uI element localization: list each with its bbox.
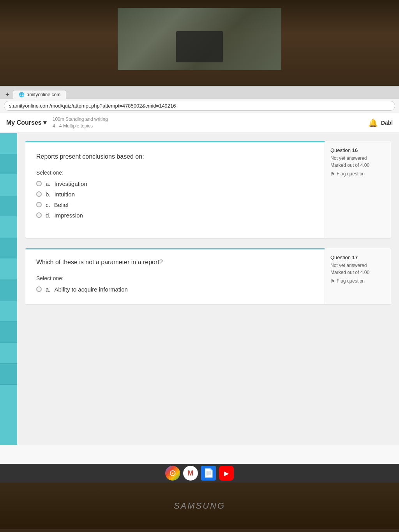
flag-icon-17: ⚑ [330,278,335,284]
taskbar: ⊙ M 📄 ▶ [0,464,399,483]
sidebar-item[interactable] [0,259,17,279]
option-17-a[interactable]: a. Ability to acquire information [36,286,314,293]
sidebar-item[interactable] [0,217,17,237]
radio-16-c[interactable] [36,202,42,207]
files-icon: 📄 [203,468,214,478]
sidebar-item[interactable] [0,133,17,153]
tab-title: amityonline.com [27,92,61,97]
question-17-num: 17 [352,255,358,260]
youtube-icon: ▶ [224,470,229,477]
main-layout: Reports present conclusions based on: Se… [0,133,399,445]
question-16-number: Question 16 [330,147,385,153]
samsung-brand-logo: SAMSUNG [174,501,225,511]
navigation-bar: My Courses ▾ 100m Standing and writing 4… [0,113,399,133]
question-16-status: Not yet answered [330,156,385,161]
quiz-area: Reports present conclusions based on: Se… [17,133,399,445]
question-16-card: Reports present conclusions based on: Se… [25,141,391,239]
options-list-17: a. Ability to acquire information [36,286,314,293]
radio-17-a[interactable] [36,286,42,292]
option-16-d-letter: d. [46,212,51,219]
sidebar-item[interactable] [0,343,17,364]
option-16-d[interactable]: d. Impression [36,212,314,219]
laptop-top [0,0,399,86]
breadcrumb: 100m Standing and writing 4 - 4 Multiple… [53,116,108,129]
question-16-info: Question 16 Not yet answered Marked out … [325,141,391,238]
gmail-taskbar-icon[interactable]: M [183,466,198,481]
new-tab-button[interactable]: + [4,91,11,99]
chrome-taskbar-icon[interactable]: ⊙ [165,466,180,481]
question-17-card: Which of these is not a parameter in a r… [25,248,391,305]
user-name-label: Dabl [381,120,393,126]
sidebar [0,133,17,445]
option-16-b-letter: b. [46,191,51,198]
option-17-a-text: Ability to acquire information [55,286,128,293]
sidebar-item[interactable] [0,154,17,174]
tab-favicon: 🌐 [19,92,25,97]
option-16-a-text: Investigation [55,180,87,187]
chrome-icon: ⊙ [169,468,176,478]
sidebar-item[interactable] [0,301,17,322]
address-bar-row: s.amityonline.com/mod/quiz/attempt.php?a… [0,99,399,113]
nav-left: My Courses ▾ 100m Standing and writing 4… [6,116,108,129]
question-17-body: Which of these is not a parameter in a r… [25,248,325,304]
option-16-b[interactable]: b. Intuition [36,191,314,198]
my-courses-button[interactable]: My Courses ▾ [6,119,46,126]
question-16-flag[interactable]: ⚑ Flag question [330,171,385,177]
nav-right: 🔔 Dabl [368,118,393,127]
option-16-c-letter: c. [46,201,50,208]
select-one-label-16: Select one: [36,170,314,176]
laptop-webcam-area [176,31,223,62]
question-16-text: Reports present conclusions based on: [36,153,314,160]
sidebar-item[interactable] [0,364,17,385]
question-17-status: Not yet answered [330,263,385,268]
youtube-taskbar-icon[interactable]: ▶ [219,466,234,481]
flag-label-16: Flag question [337,171,365,177]
files-taskbar-icon[interactable]: 📄 [201,466,216,481]
option-16-c[interactable]: c. Belief [36,201,314,208]
options-list-16: a. Investigation b. Intuition c. Belief [36,180,314,219]
gmail-icon: M [188,469,194,477]
question-16-body: Reports present conclusions based on: Se… [25,141,325,238]
flag-label-17: Flag question [337,278,365,284]
breadcrumb-line2: 4 - 4 Multiple topics [53,123,108,129]
question-prefix-17: Question [330,255,351,260]
select-one-label-17: Select one: [36,275,314,281]
question-prefix: Question [330,147,351,153]
flag-icon-16: ⚑ [330,171,335,177]
question-16-num: 16 [352,147,358,153]
radio-16-d[interactable] [36,212,42,218]
my-courses-label: My Courses [6,119,42,126]
question-17-number: Question 17 [330,255,385,260]
option-16-c-text: Belief [54,201,69,208]
option-16-a[interactable]: a. Investigation [36,180,314,187]
question-17-info: Question 17 Not yet answered Marked out … [325,248,391,304]
browser-chrome: + 🌐 amityonline.com s.amityonline.com/mo… [0,86,399,113]
sidebar-item[interactable] [0,280,17,300]
option-17-a-letter: a. [46,286,51,293]
question-17-marked: Marked out of 4.00 [330,270,385,275]
radio-16-a[interactable] [36,181,42,186]
browser-tab[interactable]: 🌐 amityonline.com [13,90,67,99]
option-16-d-text: Impression [55,212,83,219]
browser-tab-bar: + 🌐 amityonline.com [0,87,399,99]
sidebar-item[interactable] [0,196,17,216]
sidebar-item[interactable] [0,175,17,195]
radio-16-b[interactable] [36,191,42,197]
option-16-a-letter: a. [46,180,51,187]
dropdown-arrow: ▾ [43,119,46,126]
question-17-text: Which of these is not a parameter in a r… [36,259,314,266]
sidebar-item[interactable] [0,238,17,258]
page-content: My Courses ▾ 100m Standing and writing 4… [0,113,399,464]
laptop-bottom: SAMSUNG [0,483,399,529]
option-16-b-text: Intuition [55,191,75,198]
sidebar-item[interactable] [0,322,17,343]
notification-bell-icon[interactable]: 🔔 [368,118,378,127]
question-17-flag[interactable]: ⚑ Flag question [330,278,385,284]
breadcrumb-line1: 100m Standing and writing [53,116,108,123]
question-16-marked: Marked out of 4.00 [330,163,385,168]
address-bar[interactable]: s.amityonline.com/mod/quiz/attempt.php?a… [4,101,395,111]
